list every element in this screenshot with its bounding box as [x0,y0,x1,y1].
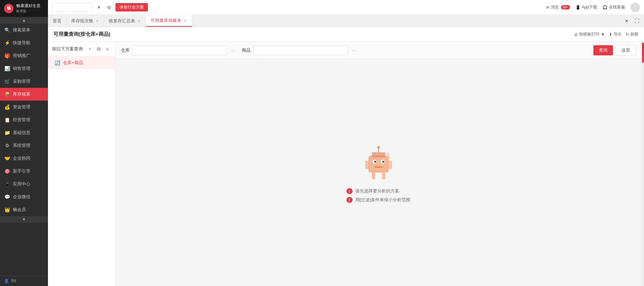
sidebar-item-label: 资金管理 [13,104,30,110]
empty-tips: 1 请先选择要分析的方案 2 用[过滤]条件来缩小分析范围 [346,188,410,203]
empty-tip-2: 2 用[过滤]条件来缩小分析范围 [346,197,410,203]
empty-state: 1 请先选择要分析的方案 2 用[过滤]条件来缩小分析范围 [115,59,641,286]
online-service-label: 在线客服 [609,4,625,10]
left-panel-header: 按以下方案查询 ＋ ⚙ « [48,42,115,56]
topbar-search-input[interactable] [52,3,93,12]
refresh-label: 刷新 [630,31,639,37]
sidebar-item-finance[interactable]: 💰 资金管理 [0,101,48,113]
topbar-gear-btn[interactable]: ⚙ [105,4,113,11]
tab-batch-account[interactable]: 库存批次账 × [67,15,104,27]
chevron-down-icon: ▼ [601,32,605,37]
tip-text-2: 用[过滤]条件来缩小分析范围 [355,197,410,203]
app-download-item[interactable]: 📱 App下载 [575,4,597,10]
online-service-item[interactable]: 🎧 在线客服 [602,4,625,10]
user-avatar-small: 👤 [4,279,9,283]
system-icon: ⚙ [4,142,10,149]
page-header: 可用量查询(按仓库+商品) 🖨 按模板打印 ▼ ⬆ 导出 ↻ 刷新 [48,27,644,42]
message-item[interactable]: ✉ 消息 99+ [546,4,570,10]
user-avatar[interactable] [630,3,640,12]
sidebar-item-collaboration[interactable]: 🤝 企业协同 [0,152,48,165]
sidebar-item-operations[interactable]: 📋 经营管理 [0,113,48,126]
product-input[interactable] [253,46,348,55]
sidebar-item-label: 系统管理 [13,142,30,149]
sidebar-item-basic-info[interactable]: 📁 基础信息 [0,126,48,139]
warehouse-label: 仓库 [121,47,130,53]
empty-tip-1: 1 请先选择要分析的方案 [346,188,410,194]
tip-number-1: 1 [346,188,353,194]
nav-icon: ⚡ [4,40,10,46]
topbar-dropdown-btn[interactable]: ▼ [95,4,103,11]
sidebar-item-guide[interactable]: 🎯 新手引导 [0,165,48,178]
sidebar-item-label: 快捷导航 [13,40,30,46]
sidebar-item-system[interactable]: ⚙ 系统管理 [0,139,48,152]
tab-available-qty[interactable]: 可用量库存账本 × [146,15,192,27]
export-label: 导出 [614,31,622,37]
tab-label: 可用量库存账本 [151,18,181,24]
wechat-icon: 💬 [4,194,10,200]
sidebar-item-label: 搜索菜单 [13,27,30,33]
scrollbar-thumb[interactable] [642,43,644,63]
sidebar-item-label: 应用中心 [13,181,30,187]
tab-close-btn[interactable]: × [137,19,141,23]
filter-actions: 查询 设置 [593,45,636,55]
sidebar-item-label: 库存核算 [13,91,30,97]
tab-summary[interactable]: 收发存汇总表 × [104,15,146,27]
scheme-item-warehouse-product[interactable]: 🔄 仓库+商品 [48,56,115,69]
sidebar-item-label: 基础信息 [13,130,30,136]
sidebar-item-purchase[interactable]: 🛒 采购管理 [0,75,48,88]
page-title: 可用量查询(按仓库+商品) [53,31,110,37]
sidebar: 畅 畅康通好生意 标准版 ▲ 🔍 搜索菜单 ⚡ 快捷导航 🎁 营销推广 📊 销售… [0,0,48,286]
tab-label: 库存批次账 [71,18,93,24]
operations-icon: 📋 [4,117,10,123]
collapse-panel-btn[interactable]: « [104,45,111,53]
sidebar-item-member[interactable]: 👑 畅会员 [0,203,48,216]
warehouse-input[interactable] [132,46,227,55]
topbar: ▼ ⚙ 体验行业方案 ✉ 消息 99+ 📱 App下载 🎧 在线客服 [48,0,644,15]
message-icon: ✉ [546,5,549,10]
sidebar-item-label: 经营管理 [13,117,30,123]
topbar-right: ✉ 消息 99+ 📱 App下载 🎧 在线客服 [546,3,640,12]
print-button[interactable]: 🖨 按模板打印 ▼ [574,31,605,37]
sidebar-item-wechat[interactable]: 💬 企业微信 [0,190,48,203]
sidebar-item-sales[interactable]: 📊 销售管理 [0,62,48,75]
sidebar-item-label: 企业协同 [13,155,30,161]
basic-info-icon: 📁 [4,130,10,136]
warehouse-more-btn[interactable]: ··· [230,48,236,53]
svg-point-12 [377,146,380,149]
tab-maximize-btn[interactable]: ⛶ [633,17,641,25]
guide-icon: 🎯 [4,168,10,174]
scheme-icon: 🔄 [55,60,60,66]
product-more-btn[interactable]: ··· [351,48,357,53]
app-logo: 畅 畅康通好生意 标准版 [0,0,48,17]
sidebar-scroll-up[interactable]: ▲ [0,17,48,24]
tab-close-window-btn[interactable]: ✕ [622,17,631,25]
svg-rect-2 [365,161,369,169]
sidebar-item-inventory[interactable]: 📦 库存核算 [0,88,48,101]
empty-illustration [358,142,399,183]
filter-bar: 仓库 ··· 商品 ··· 查询 设置 [115,42,641,59]
export-button[interactable]: ⬆ 导出 [609,31,622,37]
setting-button[interactable]: 设置 [616,45,636,55]
inventory-icon: 📦 [4,91,10,97]
finance-icon: 💰 [4,104,10,110]
left-panel: 按以下方案查询 ＋ ⚙ « 🔄 仓库+商品 [48,42,115,286]
refresh-button[interactable]: ↻ 刷新 [626,31,639,37]
left-panel-actions: ＋ ⚙ « [86,45,111,53]
tab-home[interactable]: 首页 [48,15,67,27]
tab-label: 首页 [53,18,61,24]
sidebar-item-nav[interactable]: ⚡ 快捷导航 [0,36,48,49]
add-scheme-btn[interactable]: ＋ [86,45,94,53]
sidebar-user-info[interactable]: 👤 Rit [0,276,48,286]
tab-close-btn[interactable]: × [95,19,99,23]
svg-rect-1 [372,152,385,157]
sidebar-scroll-down[interactable]: ▼ [0,216,48,223]
sidebar-item-search[interactable]: 🔍 搜索菜单 [0,24,48,36]
sidebar-item-app-center[interactable]: 📱 应用中心 [0,178,48,190]
scheme-settings-btn[interactable]: ⚙ [95,45,102,53]
query-button[interactable]: 查询 [593,45,613,55]
sidebar-item-marketing[interactable]: 🎁 营销推广 [0,49,48,62]
message-badge: 99+ [561,5,570,9]
solution-button[interactable]: 体验行业方案 [115,3,148,11]
tab-close-btn[interactable]: × [183,18,187,23]
app-badge: 标准版 [16,9,41,14]
